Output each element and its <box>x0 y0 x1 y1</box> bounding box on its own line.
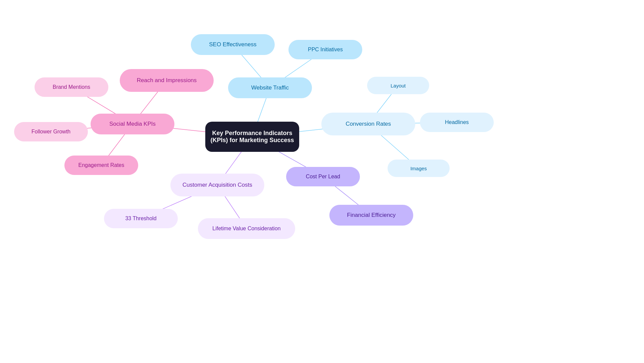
cpl-label: Cost Per Lead <box>306 174 340 180</box>
website-label: Website Traffic <box>251 84 289 91</box>
brand-mentions-node[interactable]: Brand Mentions <box>35 77 108 97</box>
images-label: Images <box>410 166 427 171</box>
seo-label: SEO Effectiveness <box>209 41 256 48</box>
conversion-rates-node[interactable]: Conversion Rates <box>321 113 415 135</box>
reach-label: Reach and Impressions <box>137 77 197 84</box>
cac-label: Customer Acquisition Costs <box>182 182 252 188</box>
threshold-node[interactable]: 33 Threshold <box>104 209 178 228</box>
seo-effectiveness-node[interactable]: SEO Effectiveness <box>191 34 275 55</box>
reach-impressions-node[interactable]: Reach and Impressions <box>120 69 214 92</box>
ppc-label: PPC Initiatives <box>308 47 343 53</box>
headlines-label: Headlines <box>445 119 469 125</box>
customer-acquisition-node[interactable]: Customer Acquisition Costs <box>170 174 264 196</box>
website-traffic-node[interactable]: Website Traffic <box>228 77 312 98</box>
social-media-label: Social Media KPIs <box>109 121 156 127</box>
social-media-kpis-node[interactable]: Social Media KPIs <box>91 114 174 134</box>
follower-label: Follower Growth <box>32 129 70 135</box>
layout-label: Layout <box>390 83 406 88</box>
layout-node[interactable]: Layout <box>367 77 429 94</box>
financial-label: Financial Efficiency <box>347 212 395 219</box>
conversion-label: Conversion Rates <box>345 121 391 127</box>
headlines-node[interactable]: Headlines <box>420 113 494 132</box>
threshold-label: 33 Threshold <box>125 216 156 222</box>
lifetime-value-node[interactable]: Lifetime Value Consideration <box>198 218 295 239</box>
images-node[interactable]: Images <box>388 160 450 177</box>
engagement-label: Engagement Rates <box>78 162 124 168</box>
center-node[interactable]: Key Performance Indicators (KPIs) for Ma… <box>205 122 299 152</box>
center-label: Key Performance Indicators (KPIs) for Ma… <box>210 130 294 144</box>
engagement-rates-node[interactable]: Engagement Rates <box>64 156 138 175</box>
cost-per-lead-node[interactable]: Cost Per Lead <box>286 167 360 186</box>
follower-growth-node[interactable]: Follower Growth <box>14 122 88 141</box>
ppc-initiatives-node[interactable]: PPC Initiatives <box>288 40 362 59</box>
financial-efficiency-node[interactable]: Financial Efficiency <box>329 205 413 226</box>
ltv-label: Lifetime Value Consideration <box>212 226 280 232</box>
brand-mentions-label: Brand Mentions <box>53 84 90 90</box>
